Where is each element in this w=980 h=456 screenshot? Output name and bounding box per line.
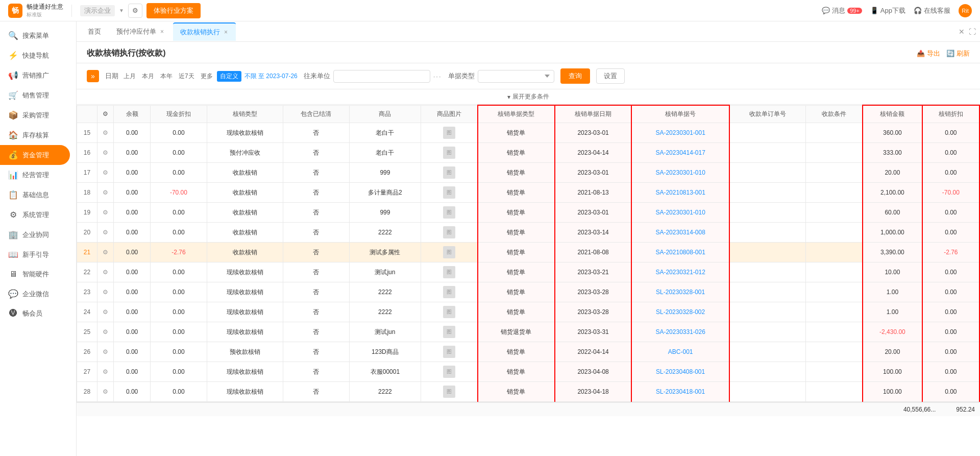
export-button[interactable]: 📤 导出 bbox=[917, 49, 940, 58]
cell-cancel-type: 收款核销 bbox=[207, 243, 283, 262]
filter-settings-button[interactable]: 设置 bbox=[596, 68, 625, 84]
core-bill-no-link[interactable]: SL-20230408-001 bbox=[656, 368, 705, 375]
refresh-button[interactable]: 🔄 刷新 bbox=[946, 49, 970, 58]
cell-core-bill-no[interactable]: SL-20230408-001 bbox=[631, 362, 729, 382]
tab-maximize-button[interactable]: ⛶ bbox=[969, 28, 976, 36]
cell-core-bill-no[interactable]: SL-20230418-001 bbox=[631, 382, 729, 402]
sidebar-item-system[interactable]: ⚙ 系统管理 bbox=[0, 205, 76, 225]
cell-settings[interactable]: ⚙ bbox=[97, 322, 114, 342]
query-button[interactable]: 查询 bbox=[560, 68, 590, 84]
core-bill-no-link[interactable]: SA-20230414-017 bbox=[655, 149, 705, 156]
sidebar-item-base[interactable]: 📋 基础信息 bbox=[0, 185, 76, 205]
row-gear-icon: ⚙ bbox=[103, 129, 108, 136]
core-bill-no-link[interactable]: SA-20210808-001 bbox=[655, 249, 705, 256]
cell-settings[interactable]: ⚙ bbox=[97, 163, 114, 183]
cell-settings[interactable]: ⚙ bbox=[97, 243, 114, 262]
cell-receipt-order-no bbox=[729, 183, 806, 203]
sidebar-item-member[interactable]: 🅥 畅会员 bbox=[0, 304, 76, 323]
cell-core-bill-no[interactable]: SA-20230321-012 bbox=[631, 262, 729, 282]
cell-settings[interactable]: ⚙ bbox=[97, 123, 114, 143]
cell-settings[interactable]: ⚙ bbox=[97, 282, 114, 302]
tab-bar-actions: ✕ ⛶ bbox=[959, 28, 976, 36]
cell-core-bill-no[interactable]: SA-20210808-001 bbox=[631, 243, 729, 262]
cell-settings[interactable]: ⚙ bbox=[97, 382, 114, 402]
core-bill-no-link[interactable]: SA-20230314-008 bbox=[655, 229, 705, 236]
sidebar-item-hardware[interactable]: 🖥 智能硬件 bbox=[0, 265, 76, 284]
cell-core-bill-no[interactable]: SL-20230328-001 bbox=[631, 282, 729, 302]
sidebar-item-label: 资金管理 bbox=[22, 151, 49, 160]
cell-cash-discount: 0.00 bbox=[151, 302, 207, 322]
cell-receipt-order-no bbox=[729, 203, 806, 223]
cell-settings[interactable]: ⚙ bbox=[97, 203, 114, 223]
cell-settings[interactable]: ⚙ bbox=[97, 223, 114, 243]
col-header-settings[interactable]: ⚙ bbox=[97, 105, 114, 123]
sidebar-item-guide[interactable]: 📖 新手引导 bbox=[0, 245, 76, 265]
core-bill-no-link[interactable]: SA-20230301-010 bbox=[655, 169, 705, 176]
main-content: 首页 预付冲应付单 × 收款核销执行 × ✕ ⛶ 收款核销执行(按收款) 📤 bbox=[77, 21, 980, 456]
tab-prepay-close[interactable]: × bbox=[159, 28, 165, 35]
tab-close-all-button[interactable]: ✕ bbox=[959, 28, 965, 36]
cell-core-bill-no[interactable]: SA-20230314-008 bbox=[631, 223, 729, 243]
sidebar-item-finance[interactable]: 💰 资金管理 bbox=[0, 145, 70, 165]
cell-core-bill-no[interactable]: SA-20230301-010 bbox=[631, 163, 729, 183]
cell-settings[interactable]: ⚙ bbox=[97, 183, 114, 203]
cell-settings[interactable]: ⚙ bbox=[97, 302, 114, 322]
tab-receipt-cancel-close[interactable]: × bbox=[223, 29, 229, 36]
sidebar-item-purchase[interactable]: 📦 采购管理 bbox=[0, 105, 76, 125]
core-bill-no-link[interactable]: SA-20230301-001 bbox=[655, 129, 705, 136]
cell-core-bill-no[interactable]: SL-20230328-002 bbox=[631, 302, 729, 322]
expand-more-button[interactable]: ▾ 展开更多条件 bbox=[507, 92, 549, 101]
cell-cancel-type: 预付冲应收 bbox=[207, 143, 283, 163]
cell-core-bill-no[interactable]: SA-20230301-001 bbox=[631, 123, 729, 143]
industry-solution-button[interactable]: 体验行业方案 bbox=[146, 3, 201, 18]
cell-core-bill-date: 2021-08-08 bbox=[555, 243, 632, 262]
core-bill-no-link[interactable]: SA-20230321-012 bbox=[655, 269, 705, 276]
cell-core-bill-no[interactable]: SA-20230301-010 bbox=[631, 203, 729, 223]
company-dropdown-arrow[interactable]: ▼ bbox=[119, 8, 124, 13]
core-bill-no-link[interactable]: ABC-001 bbox=[668, 348, 693, 355]
core-bill-no-link[interactable]: SA-20210813-001 bbox=[655, 189, 705, 196]
sidebar-item-sales[interactable]: 🛒 销售管理 bbox=[0, 85, 76, 105]
date-custom[interactable]: 自定义 bbox=[217, 71, 241, 82]
date-7days[interactable]: 近7天 bbox=[177, 71, 197, 82]
filter-expand-button[interactable]: » bbox=[87, 70, 99, 82]
core-bill-no-link[interactable]: SL-20230328-001 bbox=[656, 289, 705, 296]
cell-core-bill-no[interactable]: SA-20230414-017 bbox=[631, 143, 729, 163]
cell-core-bill-no[interactable]: SA-20210813-001 bbox=[631, 183, 729, 203]
sidebar-item-inventory[interactable]: 🏠 库存核算 bbox=[0, 125, 76, 145]
single-type-select[interactable] bbox=[478, 70, 554, 83]
tab-prepay[interactable]: 预付冲应付单 × bbox=[109, 23, 172, 40]
sidebar-item-quicknav[interactable]: ⚡ 快捷导航 bbox=[0, 45, 76, 65]
date-last-month[interactable]: 上月 bbox=[121, 71, 138, 82]
cell-core-bill-no[interactable]: SA-20230331-026 bbox=[631, 322, 729, 342]
core-bill-no-link[interactable]: SL-20230418-001 bbox=[656, 388, 705, 395]
sidebar-item-search[interactable]: 🔍 搜索菜单 bbox=[0, 26, 76, 45]
user-avatar[interactable]: Rit bbox=[959, 4, 972, 17]
online-service-button[interactable]: 🎧 在线客服 bbox=[914, 6, 950, 15]
cell-settings[interactable]: ⚙ bbox=[97, 362, 114, 382]
cell-settings[interactable]: ⚙ bbox=[97, 143, 114, 163]
sidebar-item-corp[interactable]: 🏢 企业协同 bbox=[0, 225, 76, 245]
cell-settings[interactable]: ⚙ bbox=[97, 262, 114, 282]
app-download-button[interactable]: 📱 App下载 bbox=[870, 6, 905, 15]
sidebar-item-marketing[interactable]: 📢 营销推广 bbox=[0, 65, 76, 85]
cell-receipt-order-no bbox=[729, 143, 806, 163]
tab-receipt-cancel[interactable]: 收款核销执行 × bbox=[173, 22, 236, 41]
sidebar-item-wechat[interactable]: 💬 企业微信 bbox=[0, 284, 76, 304]
date-this-month[interactable]: 本月 bbox=[140, 71, 156, 82]
date-this-year[interactable]: 本年 bbox=[158, 71, 175, 82]
cell-core-bill-no[interactable]: ABC-001 bbox=[631, 342, 729, 362]
core-bill-no-link[interactable]: SA-20230301-010 bbox=[655, 209, 705, 216]
tab-home[interactable]: 首页 bbox=[81, 23, 108, 40]
core-bill-no-link[interactable]: SL-20230328-002 bbox=[656, 308, 705, 316]
cell-include-settled: 否 bbox=[283, 282, 349, 302]
messages-button[interactable]: 💬 消息 99+ bbox=[822, 6, 862, 15]
settings-gear-button[interactable]: ⚙ bbox=[128, 4, 142, 18]
hardware-icon: 🖥 bbox=[8, 270, 18, 279]
sidebar-item-business[interactable]: 📊 经营管理 bbox=[0, 165, 76, 185]
date-more[interactable]: 更多 bbox=[199, 71, 215, 82]
cell-settings[interactable]: ⚙ bbox=[97, 342, 114, 362]
from-unit-input[interactable] bbox=[333, 70, 430, 83]
cell-receipt-order-no bbox=[729, 362, 806, 382]
core-bill-no-link[interactable]: SA-20230331-026 bbox=[655, 328, 705, 335]
